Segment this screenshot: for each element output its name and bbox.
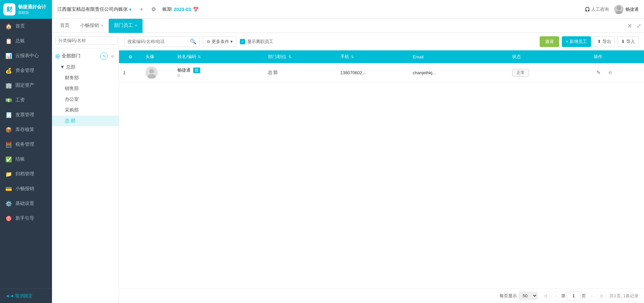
period-display: 账期 2023-03 📅 (162, 6, 199, 12)
dept-item-general[interactable]: ▼ 总部 (52, 62, 119, 73)
tab-dept-label: 部门员工 (114, 23, 133, 29)
sidebar-item-tax-label: 税务管理 (15, 141, 34, 147)
col-email: Email (409, 50, 508, 63)
period-label: 账期 (162, 6, 172, 12)
dept-item-purchase[interactable]: 采购部 (52, 105, 119, 116)
more-filter-button[interactable]: ⊘ 更多条件 ▾ (203, 36, 236, 47)
tab-expense-close[interactable]: × (101, 23, 103, 28)
tab-dept[interactable]: 部门员工 × (109, 19, 143, 33)
first-page-button[interactable]: ⊴ (541, 292, 550, 300)
all-dept-item[interactable]: ⊞ 全部部门 ✎ « (52, 50, 119, 62)
page-label: 第 (561, 293, 566, 299)
sidebar-item-invoice[interactable]: 🧾 发票管理 (0, 107, 52, 122)
employee-code: 0 (177, 73, 260, 78)
add-employee-button[interactable]: + 新增员工 (562, 36, 591, 47)
funds-icon: 💰 (5, 67, 12, 74)
show-resigned-label: 显示离职员工 (247, 39, 273, 45)
employee-search-icon[interactable]: 🔍 (190, 38, 197, 45)
page-input[interactable] (567, 292, 580, 300)
avatar (614, 5, 624, 14)
archive-icon: 📁 (5, 171, 12, 177)
sidebar-item-expense[interactable]: 💳 小畅报销 (0, 181, 52, 196)
sidebar-item-archive[interactable]: 📁 归档管理 (0, 167, 52, 181)
col-name[interactable]: 姓名/编码 ⇅ (173, 50, 264, 63)
sidebar-item-ledger[interactable]: 📋 总账 (0, 34, 52, 48)
last-page-button[interactable]: ⊵ (597, 292, 606, 300)
dept-item-sales[interactable]: 销售部 (52, 83, 119, 94)
col-settings[interactable]: ⚙ (119, 50, 142, 63)
sidebar-pin-toggle[interactable]: ◄◄ 取消固定 (0, 289, 52, 303)
sidebar-item-tax[interactable]: 🧮 税务管理 (0, 137, 52, 152)
user-menu[interactable]: 畅捷通 (614, 5, 639, 14)
tab-dept-close[interactable]: × (135, 23, 137, 28)
export-label: 导出 (602, 39, 611, 45)
add-company-button[interactable]: ＋ (137, 5, 146, 14)
sidebar-item-settings[interactable]: ⚙️ 基础设置 (0, 196, 52, 211)
avatar-placeholder (146, 67, 158, 79)
sidebar-item-reports[interactable]: 📊 云报表中心 (0, 48, 52, 63)
dept-edit-button[interactable]: ✎ (100, 52, 108, 60)
content-area: 🔍 ⊞ 全部部门 ✎ « ▼ 总部 财务部 销售部 办公室 采购部 总 部 (52, 33, 644, 303)
headset-icon: 🎧 (585, 7, 590, 12)
row-name-cell: 畅捷通 部 0 (173, 63, 264, 82)
toolbar-right-actions: 邀请 + 新增员工 ⬆ 导出 ⬇ 导入 (540, 36, 639, 47)
tab-maximize[interactable]: ⤢ (636, 22, 641, 30)
tab-expense[interactable]: 小畅报销 × (75, 19, 109, 33)
import-label: 导入 (626, 39, 635, 45)
prev-page-button[interactable]: ‹ (551, 292, 560, 300)
tax-icon: 🧮 (5, 141, 12, 148)
sidebar-item-guide-label: 新手引导 (15, 215, 34, 221)
collapse-button[interactable]: « (110, 53, 115, 59)
logo-sub: 旗舰版 (18, 10, 46, 15)
row-actions: ✎ ⎋ (590, 63, 644, 82)
sidebar-item-archive-label: 归档管理 (15, 171, 34, 177)
resigned-checkbox[interactable]: ✓ (240, 39, 245, 44)
employee-search-input[interactable] (127, 39, 188, 44)
period-value: 2023-03 (174, 7, 191, 12)
dept-search-row: 🔍 (52, 33, 119, 48)
dept-item-office[interactable]: 办公室 (52, 94, 119, 105)
invite-button[interactable]: 邀请 (540, 36, 559, 47)
company-settings-button[interactable]: ⚙ (149, 5, 158, 14)
sidebar-item-close-label: 结账 (15, 156, 25, 162)
row-phone: 138070602... (336, 63, 409, 82)
calendar-icon[interactable]: 📅 (193, 7, 199, 12)
logo: 财 畅捷通好会计 旗舰版 (0, 0, 52, 19)
logo-icon: 财 (3, 3, 15, 15)
col-dept[interactable]: 部门/职位 ⇅ (264, 50, 336, 63)
employee-panel: 🔍 ⊘ 更多条件 ▾ ✓ 显示离职员工 邀请 + 新增员工 ⬆ 导出 (119, 33, 644, 303)
pagination: ⊴ ‹ 第 页 › ⊵ (541, 292, 606, 300)
row-dept: 总 部 (264, 63, 336, 82)
logout-employee-button[interactable]: ⎋ (606, 68, 615, 77)
main-area: 江西服宝精品有限责任公司内账张 ▾ ＋ ⚙ 账期 2023-03 📅 🎧 人工咨… (52, 0, 644, 303)
employee-table: ⚙ 头像 姓名/编码 ⇅ 部门/职位 ⇅ (119, 50, 644, 82)
sidebar-item-funds[interactable]: 💰 资金管理 (0, 63, 52, 78)
total-info: 共1页, 1条记录 (609, 293, 639, 299)
dept-sort-icon: ⇅ (288, 55, 291, 59)
show-resigned-toggle[interactable]: ✓ 显示离职员工 (240, 39, 273, 45)
more-filter-label: 更多条件 (212, 39, 229, 45)
sidebar-item-assets[interactable]: 🏢 固定资产 (0, 78, 52, 93)
row-avatar (142, 63, 173, 82)
sidebar-item-home[interactable]: 🏠 首页 (0, 19, 52, 34)
dept-item-finance[interactable]: 财务部 (52, 73, 119, 83)
sidebar-item-salary[interactable]: 💵 工资 (0, 93, 52, 107)
sidebar-item-inventory[interactable]: 📦 库存核算 (0, 122, 52, 137)
username: 畅捷通 (626, 6, 639, 12)
tab-home[interactable]: 首页 (55, 19, 75, 33)
all-dept-label: 全部部门 (62, 53, 80, 59)
per-page-select[interactable]: 50 10 20 100 (519, 292, 538, 300)
dept-search-input[interactable] (55, 36, 118, 45)
edit-employee-button[interactable]: ✎ (594, 68, 603, 77)
table-footer: 每页显示 50 10 20 100 ⊴ ‹ 第 页 › ⊵ (119, 288, 644, 303)
sidebar-item-close[interactable]: ✅ 结账 (0, 152, 52, 167)
col-phone[interactable]: 手机 ⇅ (336, 50, 409, 63)
sidebar-item-guide[interactable]: 🎯 新手引导 (0, 211, 52, 226)
dept-item-hq[interactable]: 总 部 (52, 116, 119, 126)
company-selector[interactable]: 江西服宝精品有限责任公司内账张 ▾ (57, 6, 131, 12)
human-service-button[interactable]: 🎧 人工咨询 (585, 6, 609, 12)
next-page-button[interactable]: › (587, 292, 596, 300)
tab-close-all[interactable]: ✕ (627, 22, 632, 30)
import-button[interactable]: ⬇ 导入 (618, 36, 639, 47)
export-button[interactable]: ⬆ 导出 (594, 36, 615, 47)
